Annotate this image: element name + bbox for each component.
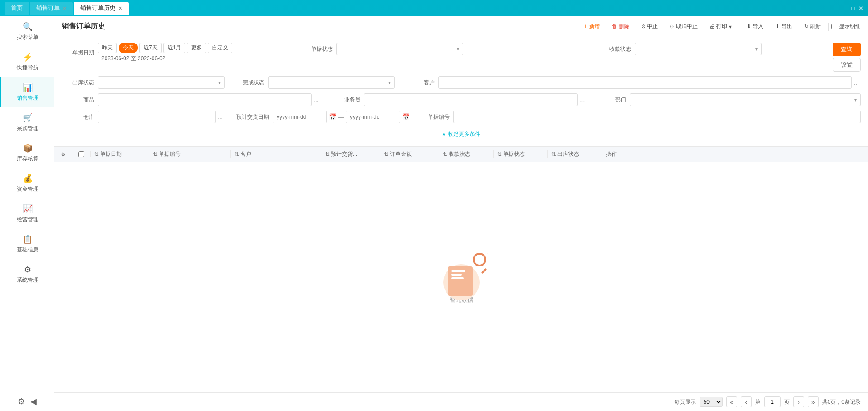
- cancel-stop-button[interactable]: ⊙ 取消中止: [665, 21, 702, 32]
- import-button[interactable]: ⬇ 导入: [742, 21, 768, 32]
- payment-status-select[interactable]: ▾: [635, 43, 762, 55]
- next-page-button[interactable]: ›: [793, 396, 804, 407]
- refresh-button[interactable]: ↻ 刷新: [800, 21, 825, 32]
- calendar-start-icon[interactable]: 📅: [329, 113, 336, 121]
- out-status-label: 出库状态: [62, 79, 98, 87]
- complete-status-select[interactable]: ▾: [268, 76, 395, 89]
- window-controls: — □ ✕: [842, 5, 863, 12]
- date-yesterday[interactable]: 昨天: [98, 43, 117, 53]
- customer-select[interactable]: [438, 76, 852, 89]
- col-settings-header[interactable]: ⚙: [54, 151, 72, 158]
- sidebar-item-finance[interactable]: 💰 资金管理: [0, 168, 54, 198]
- salesperson-more[interactable]: ...: [580, 96, 585, 103]
- col-num-header[interactable]: ⇅ 单据编号: [149, 150, 231, 158]
- display-detail-checkbox[interactable]: [831, 24, 837, 29]
- select-all-checkbox[interactable]: [78, 151, 84, 157]
- delivery-date-end[interactable]: [346, 111, 400, 123]
- tab-sales-order-history[interactable]: 销售订单历史 ✕: [74, 2, 129, 15]
- calendar-end-icon[interactable]: 📅: [402, 113, 410, 121]
- product-select[interactable]: [98, 93, 312, 106]
- query-button[interactable]: 查询: [833, 43, 861, 56]
- collapse-sidebar-icon[interactable]: ◀: [30, 396, 37, 406]
- per-page-label: 每页显示: [674, 398, 696, 406]
- first-page-button[interactable]: «: [726, 396, 737, 407]
- col-check-header[interactable]: [72, 151, 91, 157]
- department-arrow: ▾: [854, 97, 857, 102]
- date-options: 昨天 今天 近7天 近1月 更多 自定义: [98, 43, 232, 53]
- date-1month[interactable]: 近1月: [163, 43, 186, 53]
- sidebar-item-operations[interactable]: 📈 经营管理: [0, 198, 54, 229]
- col-order-status-header[interactable]: ⇅ 单据状态: [494, 150, 548, 158]
- delivery-date-start[interactable]: [273, 111, 327, 123]
- sidebar-item-system-label: 系统管理: [17, 276, 38, 284]
- col-out-status-header[interactable]: ⇅ 出库状态: [548, 150, 602, 158]
- close-icon[interactable]: ✕: [858, 5, 863, 12]
- tab-sales-order-label: 销售订单: [36, 4, 60, 12]
- sidebar-item-quick-nav[interactable]: ⚡ 快捷导航: [0, 47, 54, 77]
- sidebar-item-search[interactable]: 🔍 搜索菜单: [0, 16, 54, 47]
- tab-sales-order-history-label: 销售订单历史: [80, 4, 115, 12]
- restore-icon[interactable]: □: [851, 5, 855, 12]
- sidebar-item-search-label: 搜索菜单: [17, 34, 38, 41]
- warehouse-label: 仓库: [62, 113, 98, 121]
- print-button[interactable]: 🖨 打印 ▾: [705, 21, 736, 32]
- sidebar-item-purchase[interactable]: 🛒 采购管理: [0, 107, 54, 138]
- sort-delivery-icon: ⇅: [325, 151, 330, 158]
- prev-page-button[interactable]: ‹: [741, 396, 752, 407]
- export-button[interactable]: ⬆ 导出: [771, 21, 796, 32]
- search-icon: 🔍: [23, 22, 33, 32]
- tab-sales-order-close[interactable]: ✕: [62, 5, 67, 11]
- col-customer-header[interactable]: ⇅ 客户: [231, 150, 321, 158]
- tab-list: 首页 销售订单 ✕ 销售订单历史 ✕: [5, 2, 129, 15]
- import-button-label: ⬇ 导入: [747, 23, 763, 30]
- col-date-header[interactable]: ⇅ 单据日期: [91, 150, 149, 158]
- last-page-button[interactable]: »: [808, 396, 819, 407]
- filter-section: 单据日期 昨天 今天 近7天 近1月 更多 自定义 2023-06-02 至 2…: [54, 37, 868, 147]
- date-custom[interactable]: 自定义: [208, 43, 232, 53]
- sort-customer-icon: ⇅: [235, 151, 239, 158]
- settings-button[interactable]: 设置: [833, 58, 861, 72]
- warehouse-more[interactable]: ...: [217, 113, 223, 121]
- tab-sales-order-history-close[interactable]: ✕: [118, 5, 122, 11]
- collapse-more-btn[interactable]: ∧ 收起更多条件: [62, 128, 861, 141]
- delete-button[interactable]: 🗑 删除: [607, 21, 634, 32]
- sort-orderstatus-icon: ⇅: [497, 151, 502, 158]
- warehouse-select[interactable]: [98, 111, 216, 123]
- per-page-select[interactable]: 50 10 20 100: [700, 397, 723, 407]
- tab-home[interactable]: 首页: [5, 2, 29, 15]
- settings-bottom-icon[interactable]: ⚙: [18, 396, 25, 406]
- col-action-header: 操作: [602, 150, 868, 158]
- customer-more[interactable]: ...: [854, 79, 859, 86]
- col-delivery-header[interactable]: ⇅ 预计交货...: [321, 150, 380, 158]
- display-detail-toggle[interactable]: 显示明细: [831, 23, 861, 30]
- sidebar-item-inventory[interactable]: 📦 库存核算: [0, 138, 54, 168]
- salesperson-select[interactable]: [364, 93, 578, 106]
- new-button-label: + 新增: [584, 23, 599, 30]
- product-more[interactable]: ...: [313, 96, 319, 103]
- date-today[interactable]: 今天: [119, 43, 138, 53]
- stop-button[interactable]: ⊘ 中止: [637, 21, 662, 32]
- collapse-text: 收起更多条件: [448, 131, 480, 138]
- date-7days[interactable]: 近7天: [139, 43, 162, 53]
- sidebar-item-sales[interactable]: 📊 销售管理: [0, 77, 54, 107]
- minimize-icon[interactable]: —: [842, 5, 848, 12]
- sidebar-item-system[interactable]: ⚙ 系统管理: [0, 259, 54, 290]
- sidebar-item-basic-info[interactable]: 📋 基础信息: [0, 229, 54, 259]
- date-more[interactable]: 更多: [187, 43, 206, 53]
- order-status-select[interactable]: ▾: [336, 43, 463, 55]
- print-button-label: 🖨 打印: [710, 23, 727, 30]
- col-amount-header[interactable]: ⇅ 订单金额: [380, 150, 439, 158]
- department-select[interactable]: ▾: [630, 93, 861, 106]
- operations-icon: 📈: [23, 204, 33, 214]
- col-payment-header[interactable]: ⇅ 收款状态: [439, 150, 494, 158]
- out-status-arrow: ▾: [218, 80, 221, 85]
- system-icon: ⚙: [24, 265, 31, 275]
- new-button[interactable]: + 新增: [580, 21, 604, 32]
- page-number-input[interactable]: [764, 396, 781, 407]
- date-filter-label: 单据日期: [62, 49, 98, 57]
- out-status-select[interactable]: ▾: [98, 76, 225, 89]
- delivery-date-range: 📅 — 📅: [273, 111, 410, 123]
- settings-col-icon: ⚙: [61, 151, 66, 158]
- order-no-input[interactable]: [453, 111, 861, 123]
- tab-sales-order[interactable]: 销售订单 ✕: [30, 2, 73, 15]
